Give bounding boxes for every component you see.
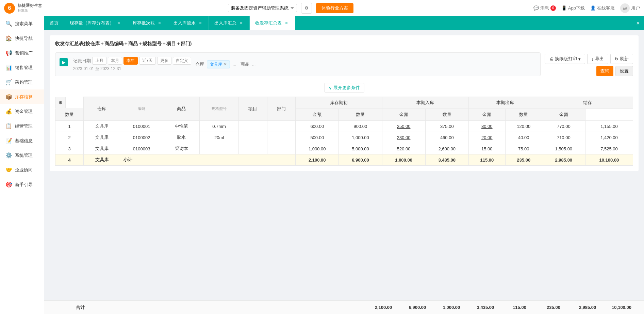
logo-icon: 6 [4,3,15,14]
row-in-qty[interactable]: 520.00 [382,143,425,154]
messages-button[interactable]: 💬 消息 6 [533,5,556,11]
query-button[interactable]: 查询 [596,66,613,76]
filter-row: 记账日期 上月 本月 本年 近7天 更多 自定义 2023-01-01 至 20… [73,57,536,72]
tab-close-inout-flow[interactable]: ✕ [198,20,203,26]
tab-bar: 首页 现存量（库存分布表） ✕ 库存批次账 ✕ 出入库流水 ✕ 出入库汇总 ✕ … [44,16,644,30]
row-open-qty: 500.00 [296,132,339,143]
sub-in-qty: 数量 [339,109,382,121]
trial-button[interactable]: 体验行业方案 [316,3,353,13]
tab-stock-summary[interactable]: 收发存汇总表 ✕ [250,16,295,30]
tab-batch-account[interactable]: 库存批次账 ✕ [127,16,168,30]
column-settings-button[interactable]: 设置 [615,66,633,76]
online-service-button[interactable]: 👤 在线客服 [590,5,615,11]
logo-text: 畅捷通好生意 [18,3,42,9]
sub-close-qty: 数量 [505,109,542,121]
row-out-qty[interactable]: 15.00 [468,143,505,154]
system-select[interactable]: 装备及固定资产辅助管理系统 [228,4,297,12]
footer-close-qty: 2,985.00 [571,305,605,310]
warehouse-tag-close[interactable]: ✕ [224,62,227,67]
row-spec: 20ml [199,132,238,143]
footer-in-amt: 3,435.00 [468,305,502,310]
app-download-button[interactable]: 📱 App下载 [561,5,585,11]
tab-home[interactable]: 首页 [44,16,64,30]
warehouse-tag[interactable]: 文具库 ✕ [207,61,230,68]
header-center: 装备及固定资产辅助管理系统 ⚙ 体验行业方案 [48,3,533,14]
date-btn-7days[interactable]: 近7天 [139,57,156,65]
sidebar-item-guide[interactable]: 🎯 新手引导 [0,177,44,192]
basic-icon: 📝 [5,137,12,144]
date-btn-last-month[interactable]: 上月 [92,57,106,65]
table-settings-icon[interactable]: ⚙ [55,97,66,108]
tab-bar-close[interactable]: ✕ [632,16,644,30]
sub-open-amt: 金额 [296,109,339,121]
sidebar-item-marketing[interactable]: 📢 营销推广 [0,46,44,60]
message-icon: 💬 [533,5,539,11]
sidebar-item-quick-nav[interactable]: 🏠 快捷导航 [0,31,44,46]
row-warehouse: 文具库 [84,143,120,154]
sidebar-item-operations[interactable]: 📋 经营管理 [0,119,44,133]
inventory-icon: 📦 [5,94,12,100]
tab-inout-flow[interactable]: 出入库流水 ✕ [168,16,209,30]
filter-expand-button[interactable]: ▶ [60,58,68,66]
row-warehouse: 文具库 [84,121,120,132]
header-right: 💬 消息 6 📱 App下载 👤 在线客服 Ea 用户 [533,3,640,13]
sidebar-item-enterprise[interactable]: 🤝 企业协同 [0,163,44,177]
row-out-amt: 120.00 [505,121,542,132]
row-out-qty[interactable]: 80.00 [468,121,505,132]
col-group-closing: 结存 [542,97,633,109]
warehouse-more[interactable]: ... [233,62,236,67]
date-btn-this-year[interactable]: 本年 [123,57,138,65]
tab-close-inout-summary[interactable]: ✕ [238,20,244,26]
print-button[interactable]: 🖨 换纸版打印 ▾ [545,54,585,64]
date-btn-custom[interactable]: 自定义 [173,57,191,65]
row-in-amt: 375.00 [425,121,468,132]
row-open-qty: 600.00 [296,121,339,132]
table-row: 2 文具库 0100002 胶水 20ml 500.00 1,000.00 23… [55,132,633,143]
footer-out-amt: 235.00 [536,305,571,310]
subtotal-in-qty[interactable]: 1,000.00 [382,154,425,166]
row-open-amt: 1,000.00 [339,132,382,143]
goods-label: 商品 [241,61,249,67]
export-button[interactable]: ↓ 导出 [587,54,609,64]
date-btn-more[interactable]: 更多 [157,57,171,65]
row-no: 1 [55,121,84,132]
tab-inout-summary[interactable]: 出入库汇总 ✕ [209,16,250,30]
service-icon: 👤 [590,5,596,11]
user-menu[interactable]: Ea 用户 [620,3,640,13]
table-row: 1 文具库 0100001 中性笔 0.7mm 600.00 900.00 25… [55,121,633,132]
row-dept [267,121,295,132]
sub-close-amt: 金额 [542,109,585,121]
settings-icon[interactable]: ⚙ [301,3,312,14]
sidebar-item-sales[interactable]: 📊 销售管理 [0,60,44,75]
row-out-amt: 75.00 [505,143,542,154]
page-card: 收发存汇总表(按仓库＋商品编码＋商品＋规格型号＋项目＋部门) ▶ 记账日期 上月… [50,35,639,171]
export-icon: ↓ [592,56,594,62]
tab-close-batch-account[interactable]: ✕ [157,20,162,26]
row-in-amt: 460.00 [425,132,468,143]
footer-row: 合计 2,100.00 6,900.00 1,000.00 3,435.00 1… [44,300,644,314]
goods-more[interactable]: ... [252,62,256,67]
row-in-qty[interactable]: 250.00 [382,121,425,132]
expand-more-button[interactable]: ∨ 展开更多条件 [324,83,364,93]
sidebar-item-basic[interactable]: 📝 基础信息 [0,133,44,148]
sidebar-item-inventory[interactable]: 📦 库存核算 [0,89,44,104]
sidebar-item-finance[interactable]: 💰 资金管理 [0,104,44,119]
sidebar-item-system[interactable]: ⚙️ 系统管理 [0,148,44,163]
col-project: 项目 [239,97,267,121]
sidebar-item-search[interactable]: 🔍 搜索菜单 [0,16,44,31]
sidebar-item-purchase[interactable]: 🛒 采购管理 [0,75,44,89]
row-in-qty[interactable]: 230.00 [382,132,425,143]
row-out-qty[interactable]: 20.00 [468,132,505,143]
date-btn-this-month[interactable]: 本月 [108,57,122,65]
refresh-button[interactable]: ↻ 刷新 [610,54,633,64]
tab-close-stock-summary[interactable]: ✕ [284,20,289,26]
row-spec: 0.7mm [199,121,238,132]
chevron-down-icon: ▾ [578,56,581,62]
row-dept [267,132,295,143]
tab-close-inventory-distribution[interactable]: ✕ [116,20,121,26]
col-group-opening: 库存期初 [296,97,382,109]
subtotal-out-qty[interactable]: 115.00 [468,154,505,166]
tab-inventory-distribution[interactable]: 现存量（库存分布表） ✕ [64,16,127,30]
sub-out-amt: 金额 [468,109,505,121]
footer-out-qty: 115.00 [502,305,536,310]
